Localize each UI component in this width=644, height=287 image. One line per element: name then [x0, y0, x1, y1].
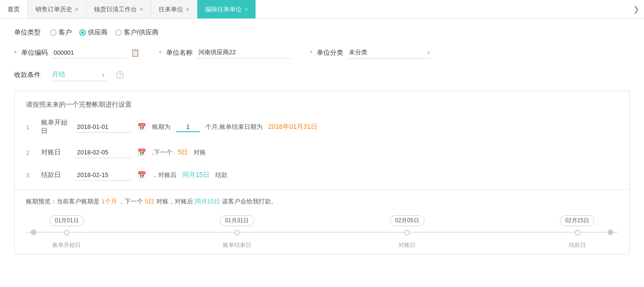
period-row-2-date[interactable]: [75, 147, 132, 158]
period-row-3-num: 3: [26, 172, 35, 179]
period-row-1-label: 账单开始日: [41, 118, 69, 135]
unit-name-input[interactable]: [196, 47, 291, 59]
page-content: 单位类型 客户 供应商 客户/供应商 * 单位编码 📋 *: [0, 19, 644, 287]
timeline-label-2: 账单结束日: [223, 241, 251, 249]
arrow-icon: ❯: [633, 5, 639, 14]
preview-suffix: 该客户会给我打款。: [222, 198, 277, 205]
radio-both-label: 客户/供应商: [124, 28, 159, 37]
timeline-point-3: 02月05日 对账日: [390, 215, 424, 249]
timeline-points: 01月01日 账单开始日 01月31日 账单结束日 02月05日: [31, 215, 613, 249]
timeline-badge-1: 01月01日: [50, 215, 84, 226]
unit-code-icon[interactable]: 📋: [131, 49, 140, 57]
period-row-3-pre: ，对账后: [152, 171, 177, 179]
payment-value: 月结: [52, 70, 100, 79]
timeline-label-3: 对账日: [398, 241, 415, 249]
radio-customer[interactable]: 客户: [50, 28, 72, 37]
period-row-1-highlight: 2018年01月31日: [268, 123, 317, 131]
unit-class-value: 未分类: [349, 48, 425, 57]
tab-bar: 首页 销售订单历史 × 钱货日清工作台 × 往来单位 × 编辑往来单位 × ❯: [0, 0, 644, 19]
radio-customer-circle: [50, 29, 57, 36]
unit-class-select[interactable]: 未分类 ∨: [347, 46, 432, 59]
payment-row: 收款条件 月结 ∨ ?: [14, 68, 630, 81]
payment-select[interactable]: 月结 ∨: [50, 68, 107, 81]
radio-supplier-circle: [79, 29, 86, 36]
unit-class-star: *: [310, 49, 312, 57]
unit-type-label: 单位类型: [14, 28, 41, 37]
period-inner: 请按照未来的一个完整帐期进行设置 1 账单开始日 📅 账期为 个月,账单结束日期…: [15, 91, 629, 189]
tab-edit-partner-close[interactable]: ×: [245, 6, 248, 13]
timeline-badge-2: 01月31日: [220, 215, 254, 226]
timeline-dot-1: [64, 230, 69, 236]
payment-label: 收款条件: [14, 71, 41, 79]
tab-cash-work[interactable]: 钱货日清工作台 ×: [86, 0, 151, 18]
timeline-dot-3: [404, 230, 410, 236]
unit-code-star: *: [14, 49, 17, 57]
unit-name-star: *: [159, 49, 161, 57]
tab-arrow[interactable]: ❯: [628, 0, 644, 18]
tab-edit-partner[interactable]: 编辑往来单位 ×: [197, 0, 256, 18]
tab-partner-label: 往来单位: [159, 5, 183, 14]
tab-sales-history[interactable]: 销售订单历史 ×: [28, 0, 86, 18]
period-row-1-suffix-pre: 账期为: [152, 123, 170, 131]
timeline-end-dot: [608, 229, 613, 235]
timeline-badge-4: 02月15日: [560, 215, 594, 226]
period-row-3-label: 结款日: [41, 171, 69, 179]
tab-cash-work-label: 钱货日清工作台: [94, 5, 137, 14]
tab-partner[interactable]: 往来单位 ×: [151, 0, 197, 18]
period-row-3: 3 结款日 📅 ，对账后 同月15日 结款: [26, 169, 618, 181]
payment-help-icon[interactable]: ?: [116, 71, 124, 79]
tab-home[interactable]: 首页: [0, 0, 28, 18]
preview-text: 账期预览：当前客户账期是 1个月 ，下一个 5日 对账，对账后 同月15日 该客…: [26, 197, 618, 206]
unit-class-group: * 单位分类 未分类 ∨: [310, 46, 432, 59]
period-card: 请按照未来的一个完整帐期进行设置 1 账单开始日 📅 账期为 个月,账单结束日期…: [14, 91, 630, 254]
preview-part1: 1个月: [102, 198, 117, 205]
payment-chevron: ∨: [102, 72, 105, 77]
radio-both[interactable]: 客户/供应商: [115, 28, 159, 37]
radio-both-circle: [115, 29, 122, 36]
unit-code-input[interactable]: [51, 47, 127, 59]
period-row-1-num: 1: [26, 124, 35, 131]
period-row-2: 2 对账日 📅 ,下一个 5日 对账: [26, 147, 618, 158]
period-row-3-highlight: 同月15日: [182, 171, 210, 179]
period-row-2-label: 对账日: [41, 148, 69, 157]
tab-home-label: 首页: [8, 5, 20, 14]
unit-info-row: * 单位编码 📋 * 单位名称 * 单位分类 未分类 ∨: [14, 46, 630, 59]
period-row-1-date[interactable]: [75, 121, 132, 133]
timeline-badge-3: 02月05日: [390, 215, 424, 226]
timeline-label-1: 账单开始日: [52, 241, 81, 249]
unit-code-group: * 单位编码 📋: [14, 47, 140, 59]
period-row-1-suffix: 个月,账单结束日期为: [205, 123, 263, 131]
preview-mid2: 对账，对账后: [156, 198, 193, 205]
tab-cash-work-close[interactable]: ×: [140, 6, 143, 13]
unit-name-group: * 单位名称: [159, 47, 290, 59]
period-row-3-date[interactable]: [75, 169, 132, 181]
period-row-2-highlight: 5日: [178, 148, 188, 157]
tab-partner-close[interactable]: ×: [186, 6, 189, 13]
radio-supplier[interactable]: 供应商: [79, 28, 108, 37]
timeline-point-2: 01月31日 账单结束日: [220, 215, 254, 249]
timeline-dot-4: [575, 230, 580, 236]
unit-name-label: 单位名称: [166, 49, 193, 57]
tab-sales-history-label: 销售订单历史: [35, 5, 72, 14]
period-row-2-cal[interactable]: 📅: [137, 148, 146, 157]
period-row-1-cal[interactable]: 📅: [137, 123, 146, 131]
tab-edit-partner-label: 编辑往来单位: [205, 5, 242, 14]
unit-class-label: 单位分类: [317, 49, 343, 57]
timeline-point-4: 02月15日 结款日: [560, 215, 594, 249]
period-row-3-cal[interactable]: 📅: [137, 171, 146, 179]
unit-type-row: 单位类型 客户 供应商 客户/供应商: [14, 28, 630, 37]
period-row-2-pre: ,下一个: [152, 148, 172, 157]
period-input[interactable]: [176, 122, 200, 132]
unit-class-chevron: ∨: [427, 50, 430, 55]
timeline-point-1: 01月01日 账单开始日: [50, 215, 84, 249]
period-title: 请按照未来的一个完整帐期进行设置: [26, 101, 618, 109]
period-row-1: 1 账单开始日 📅 账期为 个月,账单结束日期为 2018年01月31日: [26, 118, 618, 135]
tab-sales-history-close[interactable]: ×: [75, 6, 78, 13]
timeline-dot-2: [234, 230, 240, 236]
radio-customer-label: 客户: [59, 28, 72, 37]
unit-code-label: 单位编码: [21, 49, 48, 57]
period-row-2-num: 2: [26, 149, 35, 156]
radio-supplier-label: 供应商: [88, 28, 108, 37]
preview-mid1: ，下一个: [119, 198, 143, 205]
period-row-3-suffix: 结款: [215, 171, 228, 179]
